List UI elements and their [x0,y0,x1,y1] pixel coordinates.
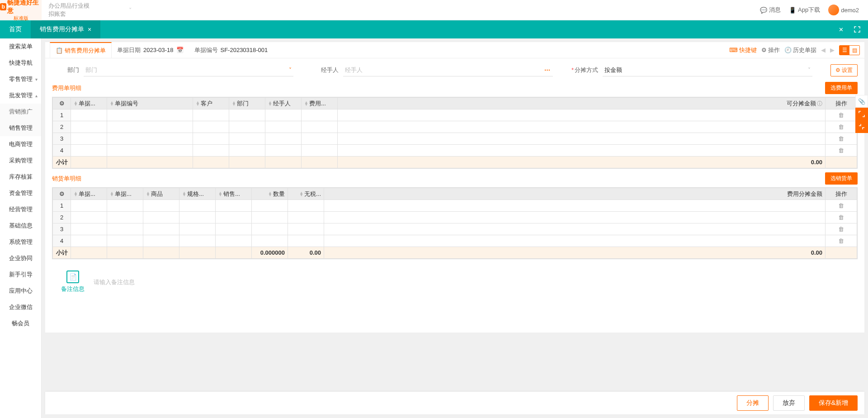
sidebar-item-sales[interactable]: 销售管理 [0,120,41,136]
col-header: 操作 [826,188,857,200]
col-header[interactable]: ▲▼单据编号 [107,98,193,109]
delete-icon[interactable]: 🗑 [838,214,844,221]
sidebar-item-operation[interactable]: 经营管理 [0,201,41,218]
col-header[interactable]: ▲▼销售... [216,188,252,200]
date-value[interactable]: 2023-03-18 [143,47,174,53]
sidebar-item-member[interactable]: 畅会员 [0,315,41,332]
sidebar-item-appcenter[interactable]: 应用中心 [0,283,41,299]
save-new-button[interactable]: 保存&新增 [809,395,858,411]
col-header[interactable]: ▲▼经手人 [265,98,302,109]
sidebar-item-wholesale[interactable]: 批发管理▴ [0,87,41,104]
col-header[interactable]: 费用分摊金额 [324,188,826,200]
subtotal-amount: 0.00 [324,247,826,259]
sidebar-item-collab[interactable]: 企业协同 [0,250,41,266]
table-row[interactable]: 1🗑 [53,109,857,121]
fullscreen-button[interactable] [851,23,863,36]
col-header[interactable]: ▲▼规格... [179,188,216,200]
caret-down-icon: ▾ [35,77,38,82]
allocate-button[interactable]: 分摊 [737,395,769,411]
sidebar-item-retail[interactable]: 零售管理▾ [0,71,41,87]
col-header[interactable]: ▲▼单据... [71,98,107,109]
prev-icon[interactable]: ◀ [821,47,826,53]
close-tab-button[interactable]: ✕ [835,23,847,36]
col-header: 操作 [826,98,857,109]
col-header[interactable]: ▲▼商品 [143,188,179,200]
select-expense-button[interactable]: 选费用单 [825,82,858,94]
col-header[interactable]: ▲▼部门 [229,98,265,109]
sidebar-item-basic[interactable]: 基础信息 [0,218,41,234]
delete-icon[interactable]: 🗑 [838,124,844,130]
dept-input[interactable]: ˅ [84,64,293,76]
note-icon: 📄 [66,271,79,283]
column-settings[interactable]: ⚙ [53,98,71,109]
table-row[interactable]: 2🗑 [53,121,857,133]
gear-icon: ⚙ [835,67,840,73]
remarks-input[interactable] [94,279,849,285]
sidebar-item-system[interactable]: 系统管理 [0,234,41,250]
col-header[interactable]: ▲▼单据... [107,188,143,200]
gear-icon: ⚙ [761,47,767,53]
logo[interactable]: b畅捷通好生意 标准版 [0,0,42,20]
subtotal-label: 小计 [53,247,71,259]
messages-link[interactable]: 💬 消息 [760,6,781,14]
abandon-button[interactable]: 放弃 [773,395,805,411]
sidebar-item-inventory[interactable]: 库存核算 [0,169,41,185]
delete-icon[interactable]: 🗑 [838,226,844,233]
gear-icon: ⚙ [59,100,65,107]
col-header[interactable]: ▲▼无税... [288,188,324,200]
settings-button[interactable]: ⚙设置 [830,64,858,76]
row-index: 4 [53,145,71,157]
sidebar-item-marketing[interactable]: 营销推广 [0,104,41,120]
table-row[interactable]: 4🗑 [53,235,857,247]
app-download-link[interactable]: 📱 App下载 [789,6,820,14]
next-icon[interactable]: ▶ [830,47,835,53]
sidebar-item-ecommerce[interactable]: 电商管理 [0,136,41,152]
col-header[interactable]: ▲▼客户 [193,98,229,109]
sidebar-item-search[interactable]: 搜索菜单 [0,38,41,55]
sidebar-item-finance[interactable]: 资金管理 [0,185,41,201]
shortcut-link[interactable]: ⌨快捷键 [729,46,757,54]
attachment-tool[interactable]: 📎 [855,95,868,108]
view-list-button[interactable]: ☰ [840,46,849,55]
handler-input[interactable]: ⋯ [343,64,553,76]
operation-link[interactable]: ⚙操作 [761,46,780,54]
sidebar-item-purchase[interactable]: 采购管理 [0,152,41,169]
col-header[interactable]: ▲▼单据... [71,188,107,200]
close-icon[interactable]: × [88,26,91,33]
col-header[interactable]: ▲▼费用... [302,98,338,109]
caret-up-icon: ▴ [35,93,38,98]
history-icon: 🕘 [784,47,792,53]
collapse-tool[interactable] [855,120,868,133]
table-row[interactable]: 4🗑 [53,145,857,157]
tab-sales-allocation[interactable]: 销售费用分摊单 × [31,20,100,38]
no-value: SF-20230318-001 [221,47,268,53]
delete-icon[interactable]: 🗑 [838,202,844,209]
message-icon: 💬 [760,7,767,14]
doc-title-tab: 📋 销售费用分摊单 [50,42,112,58]
calendar-icon[interactable]: 📅 [176,47,184,53]
sidebar-item-wechat[interactable]: 企业微信 [0,299,41,315]
user-menu[interactable]: demo2 [828,5,859,15]
table-row[interactable]: 3🗑 [53,133,857,145]
expand-tool[interactable] [855,108,868,120]
sidebar-item-guide[interactable]: 新手引导 [0,266,41,283]
method-select[interactable]: 按金额 ˅ [603,64,812,76]
table-row[interactable]: 3🗑 [53,223,857,235]
col-header[interactable]: 可分摊金额ⓘ [338,98,826,109]
delete-icon[interactable]: 🗑 [838,112,844,119]
row-index: 2 [53,212,71,223]
tab-home[interactable]: 首页 [0,20,31,38]
delete-icon[interactable]: 🗑 [838,135,844,142]
view-card-button[interactable]: ▤ [849,46,859,55]
subtotal-notax: 0.00 [288,247,324,259]
history-link[interactable]: 🕘历史单据 [784,46,816,54]
column-settings[interactable]: ⚙ [53,188,71,200]
select-sales-button[interactable]: 选销货单 [825,172,858,185]
delete-icon[interactable]: 🗑 [838,147,844,154]
account-selector[interactable]: 办公用品行业模拟账套 ˅ [42,2,132,18]
table-row[interactable]: 2🗑 [53,212,857,223]
col-header[interactable]: ▲▼数量 [252,188,288,200]
sidebar-item-quicknav[interactable]: 快捷导航 [0,55,41,71]
delete-icon[interactable]: 🗑 [838,238,844,244]
table-row[interactable]: 1🗑 [53,200,857,212]
